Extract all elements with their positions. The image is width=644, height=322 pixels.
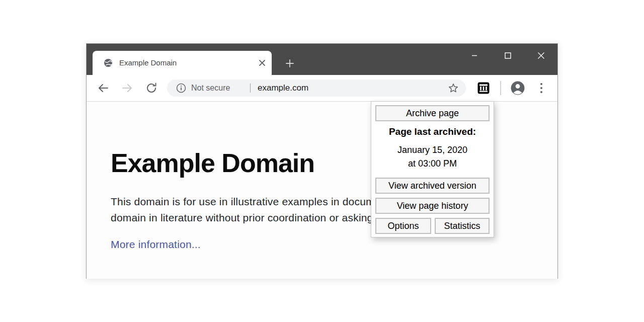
toolbar-divider <box>500 81 501 95</box>
view-archived-version-button[interactable]: View archived version <box>375 178 490 194</box>
browser-window: Example Domain <box>86 43 558 279</box>
tab-strip: Example Domain <box>87 44 557 75</box>
maximize-icon <box>505 52 511 59</box>
view-page-history-button[interactable]: View page history <box>375 198 490 214</box>
back-arrow-icon[interactable] <box>97 82 109 94</box>
wayback-machine-extension-icon[interactable] <box>477 82 490 94</box>
tab-title: Example Domain <box>119 51 177 75</box>
reload-icon[interactable] <box>145 82 157 94</box>
archive-page-button[interactable]: Archive page <box>375 105 490 121</box>
archived-date: January 15, 2020 <box>371 145 494 155</box>
navigation-toolbar: Not secure example.com <box>87 75 557 101</box>
new-tab-icon[interactable] <box>285 58 295 68</box>
maximize-button[interactable] <box>491 44 524 67</box>
globe-favicon-icon <box>104 58 113 67</box>
address-bar[interactable]: Not secure example.com <box>167 79 466 97</box>
url-text: example.com <box>258 79 308 97</box>
more-information-link[interactable]: More information... <box>111 238 201 251</box>
tab-close-icon[interactable] <box>259 59 266 66</box>
bookmark-star-icon[interactable] <box>448 83 459 94</box>
security-status-label: Not secure <box>191 79 230 97</box>
last-archived-label: Page last archived: <box>371 126 494 137</box>
minimize-icon <box>471 52 477 58</box>
window-controls <box>458 44 557 68</box>
three-dot-menu-icon[interactable] <box>537 82 545 94</box>
desktop-background: Example Domain <box>0 0 644 322</box>
close-window-button[interactable] <box>524 44 557 67</box>
extension-popup: Archive page Page last archived: January… <box>371 101 494 237</box>
profile-avatar-icon[interactable] <box>511 81 525 95</box>
info-icon[interactable] <box>176 83 186 93</box>
omnibox-divider <box>250 84 251 93</box>
minimize-button[interactable] <box>458 44 491 67</box>
archived-time: at 03:00 PM <box>371 158 494 169</box>
close-icon <box>537 52 545 59</box>
options-button[interactable]: Options <box>375 218 431 234</box>
forward-arrow-icon[interactable] <box>121 82 133 94</box>
page-title: Example Domain <box>111 148 314 178</box>
tab-example-domain[interactable]: Example Domain <box>93 51 272 75</box>
statistics-button[interactable]: Statistics <box>435 218 490 234</box>
